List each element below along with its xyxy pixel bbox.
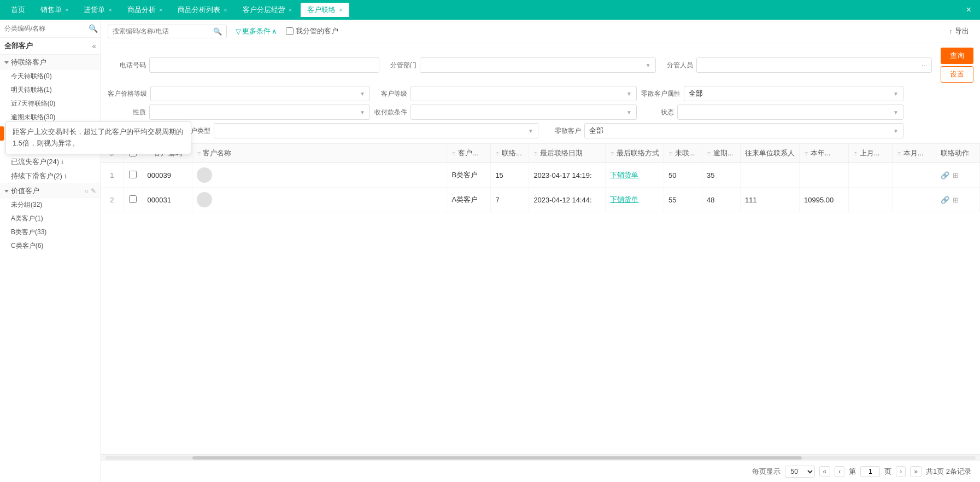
cell-unlinked-0: 50 (664, 163, 702, 188)
dept-arrow: ▼ (645, 62, 651, 68)
sidebar-item-a-class[interactable]: A类客户(1) (0, 212, 101, 225)
filter-field-scatter-attr: 零散客户属性 全部 ▼ (641, 86, 903, 101)
per-page-select[interactable]: 50 100 200 (785, 466, 815, 478)
lost-info-icon[interactable]: ℹ (61, 159, 63, 166)
filter-search-icon[interactable]: 🔍 (213, 27, 222, 36)
last-method-link-0[interactable]: 下销货单 (610, 171, 638, 179)
cust-type-select[interactable]: ▼ (214, 123, 538, 138)
all-customers-label: 全部客户 (4, 41, 33, 51)
action-buttons: 查询 设置 (941, 48, 973, 83)
nav-tab-analysis[interactable]: 商品分析 × (121, 3, 169, 17)
sidebar-collapse-icon[interactable]: « (92, 42, 96, 50)
prev-page-button[interactable]: ‹ (835, 466, 844, 477)
sidebar-item-7days[interactable]: 近7天待联络(0) (0, 97, 101, 111)
repurchase-tooltip: 距客户上次交易时长，超过了此客户的平均交易周期的1.5倍，则视为异常。 (5, 121, 191, 154)
filter-field-status: 状态 ▼ (641, 104, 903, 120)
close-customer-contact-tab[interactable]: × (339, 7, 342, 13)
sidebar-item-tomorrow[interactable]: 明天待联络(1) (0, 83, 101, 97)
main-layout: 🔍 全部客户 « 待联络客户 今天待联络(0) 明天待联络(1) 近7天待联络(… (0, 20, 980, 482)
cell-overdue-1: 48 (702, 188, 741, 212)
value-edit-icon[interactable]: ✎ (91, 187, 96, 195)
close-all-button[interactable]: × (962, 5, 976, 15)
nature-select[interactable]: ▼ (149, 104, 370, 120)
cell-name-0 (192, 163, 447, 188)
scatter-cust-select[interactable]: 全部 ▼ (584, 123, 903, 138)
action-link-icon-1[interactable]: 🔗 (941, 196, 949, 204)
filter-search-input-container: 🔍 (108, 25, 227, 38)
filter-field-scatter-cust: 零散客户 全部 ▼ (543, 123, 903, 138)
close-analysis-tab[interactable]: × (159, 7, 162, 13)
nav-tab-analysis-list[interactable]: 商品分析列表 × (171, 3, 233, 17)
pending-contact-header[interactable]: 待联络客户 (0, 55, 101, 69)
filter-search-input[interactable] (113, 27, 211, 35)
nav-tab-customer-contact[interactable]: 客户联络 × (301, 3, 349, 17)
value-customer-group: 价值客户 ○ ✎ 未分组(32) A类客户(1) B类客户(33) C类客户(6… (0, 183, 101, 253)
all-customers-section: 全部客户 « (0, 38, 101, 55)
nav-tab-purchase[interactable]: 进货单 × (77, 3, 118, 17)
next-page-button[interactable]: › (896, 466, 906, 477)
close-analysis-list-tab[interactable]: × (224, 7, 227, 13)
scatter-attr-arrow: ▼ (893, 91, 899, 97)
sidebar-item-ungrouped[interactable]: 未分组(32) (0, 198, 101, 212)
value-customer-header[interactable]: 价值客户 ○ ✎ (0, 183, 101, 198)
sidebar-body: 全部客户 « 待联络客户 今天待联络(0) 明天待联络(1) 近7天待联络(0)… (0, 38, 101, 482)
scrollbar-thumb[interactable] (192, 456, 801, 460)
sort-icon-thisyear: ≑ (804, 150, 808, 156)
cell-code-0: 000039 (143, 163, 192, 188)
sort-icon-overdue: ≑ (707, 150, 711, 156)
row-checkbox-1[interactable] (129, 195, 137, 203)
cust-level-arrow: ▼ (626, 91, 632, 97)
export-button[interactable]: ↑ 导出 (945, 24, 974, 38)
first-page-button[interactable]: « (819, 466, 831, 477)
sidebar-item-today[interactable]: 今天待联络(0) (0, 69, 101, 83)
last-page-button[interactable]: » (910, 466, 922, 477)
dept-select[interactable]: ▼ (420, 57, 655, 73)
close-customer-tier-tab[interactable]: × (289, 7, 292, 13)
nav-tab-home[interactable]: 首页 (4, 3, 32, 17)
close-purchase-tab[interactable]: × (108, 7, 112, 13)
phone-input[interactable] (149, 57, 379, 73)
sidebar-item-lost[interactable]: 已流失客户(24) ℹ (0, 155, 101, 169)
scrollbar-track (105, 456, 976, 460)
action-more-icon-1[interactable]: ⊞ (953, 196, 959, 204)
page-input[interactable] (860, 466, 880, 477)
nav-tab-sales[interactable]: 销售单 × (34, 3, 75, 17)
sidebar-item-c-class[interactable]: C类客户(6) (0, 239, 101, 253)
declining-info-icon[interactable]: ℹ (64, 173, 67, 180)
settings-button[interactable]: 设置 (941, 66, 973, 83)
person-label: 分管人员 (660, 61, 693, 70)
status-select[interactable]: ▼ (677, 104, 903, 120)
cell-date-0: 2023-04-17 14:19: (529, 163, 606, 188)
total-info: 共1页 2条记录 (926, 467, 971, 477)
horizontal-scrollbar[interactable] (101, 454, 980, 461)
content-area: 🔍 ▽ 更多条件 ∧ 我分管的客户 ↑ 导出 (101, 20, 980, 482)
customer-table: ⚙ ≑ 客户编码 ≑ 客户名称 (101, 144, 980, 212)
cust-type-arrow: ▼ (528, 128, 533, 134)
cust-level-select[interactable]: ▼ (410, 86, 637, 101)
action-more-icon-0[interactable]: ⊞ (953, 171, 959, 179)
person-dots[interactable]: ··· (922, 61, 927, 69)
value-expand-icon (4, 190, 9, 193)
more-conditions-button[interactable]: ▽ 更多条件 ∧ (231, 24, 281, 38)
filter-field-price-level: 客户价格等级 ▼ (108, 86, 370, 101)
cust-level-label: 客户等级 (374, 89, 407, 98)
price-level-select[interactable]: ▼ (150, 86, 370, 101)
close-sales-tab[interactable]: × (65, 7, 68, 13)
sort-icon-thismonth: ≑ (897, 150, 901, 156)
query-button[interactable]: 查询 (941, 48, 973, 64)
my-customers-checkbox[interactable] (286, 27, 294, 35)
page-end-label: 页 (884, 467, 891, 477)
payment-select[interactable]: ▼ (410, 104, 637, 120)
person-select[interactable]: ··· (696, 57, 932, 73)
th-last-method: ≑ 最后联络方式 (606, 144, 664, 163)
sidebar-item-declining[interactable]: 持续下滑客户(2) ℹ (0, 169, 101, 183)
phone-label: 电话号码 (108, 61, 146, 70)
value-settings-icon[interactable]: ○ (85, 187, 89, 195)
last-method-link-1[interactable]: 下销货单 (610, 195, 638, 204)
action-link-icon-0[interactable]: 🔗 (941, 171, 949, 179)
nav-tab-customer-tier[interactable]: 客户分层经营 × (236, 3, 298, 17)
row-checkbox-0[interactable] (129, 171, 137, 178)
sidebar-search-input[interactable] (4, 25, 86, 32)
scatter-attr-select[interactable]: 全部 ▼ (684, 86, 903, 101)
sidebar-item-b-class[interactable]: B类客户(33) (0, 225, 101, 239)
